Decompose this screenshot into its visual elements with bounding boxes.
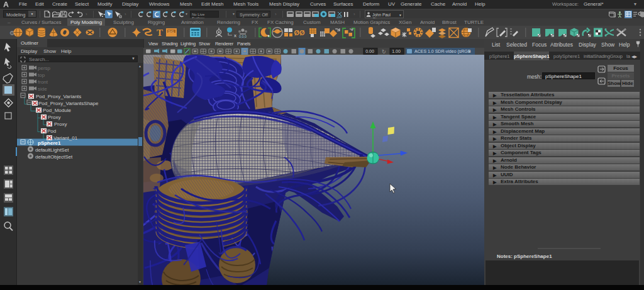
svg-text:Proxy: Proxy	[48, 114, 60, 120]
svg-text:Pod: Pod	[47, 128, 56, 134]
svg-text:persp: persp	[38, 65, 51, 71]
svg-text:ØØ: ØØ	[294, 29, 305, 36]
svg-text:front: front	[38, 79, 48, 85]
svg-text:Pod_Proxy_VariantsShape: Pod_Proxy_VariantsShape	[38, 101, 99, 106]
svg-text:pSphere1: pSphere1	[38, 140, 61, 146]
svg-text:side: side	[38, 86, 47, 92]
svg-text:↻: ↻	[382, 49, 386, 55]
svg-text:x: x	[234, 33, 236, 38]
svg-text:SVG: SVG	[168, 30, 174, 33]
svg-text:Pod_Proxy_Variants: Pod_Proxy_Variants	[36, 94, 81, 99]
svg-text:Proxy: Proxy	[54, 121, 67, 127]
svg-text:defaultObjectSet: defaultObjectSet	[35, 154, 73, 160]
svg-text:1.00: 1.00	[392, 49, 401, 53]
svg-text:T: T	[157, 28, 163, 38]
svg-text:defaultLightSet: defaultLightSet	[35, 147, 69, 153]
svg-text:ACES 1.0 SDR-video (sRGB: ACES 1.0 SDR-video (sRGB	[414, 49, 471, 54]
svg-text:0.00: 0.00	[365, 49, 374, 53]
svg-text:Pod_Module: Pod_Module	[43, 108, 71, 113]
svg-text:0,0,0: 0,0,0	[239, 35, 247, 38]
svg-text:top: top	[38, 72, 45, 78]
svg-text:▼: ▼	[468, 50, 471, 53]
